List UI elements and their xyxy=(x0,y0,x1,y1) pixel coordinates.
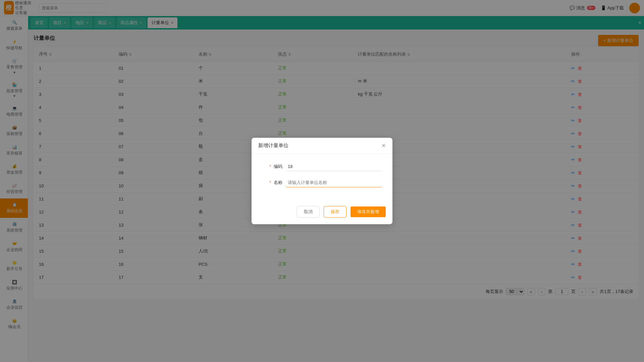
form-code-input[interactable] xyxy=(286,162,382,171)
save-button[interactable]: 保存 xyxy=(324,206,346,218)
modal-title: 新增计量单位 xyxy=(258,142,288,149)
modal-close-button[interactable]: ✕ xyxy=(381,142,386,149)
form-row-code: * 编码 xyxy=(262,162,382,171)
cancel-button[interactable]: 取消 xyxy=(297,206,320,218)
form-name-input[interactable] xyxy=(286,178,382,187)
modal-header: 新增计量单位 ✕ xyxy=(252,138,392,154)
form-name-label: * 名称 xyxy=(262,180,282,186)
add-unit-modal: 新增计量单位 ✕ * 编码 * 名称 取消 保存 保存并新增 xyxy=(252,138,392,224)
modal-body: * 编码 * 名称 xyxy=(252,154,392,202)
form-code-label: * 编码 xyxy=(262,164,282,170)
form-row-name: * 名称 xyxy=(262,178,382,187)
required-mark: * xyxy=(269,164,271,169)
required-mark: * xyxy=(269,180,271,185)
modal-overlay: 新增计量单位 ✕ * 编码 * 名称 取消 保存 保存并新增 xyxy=(0,0,644,362)
modal-footer: 取消 保存 保存并新增 xyxy=(252,202,392,224)
save-and-new-button[interactable]: 保存并新增 xyxy=(351,206,386,217)
